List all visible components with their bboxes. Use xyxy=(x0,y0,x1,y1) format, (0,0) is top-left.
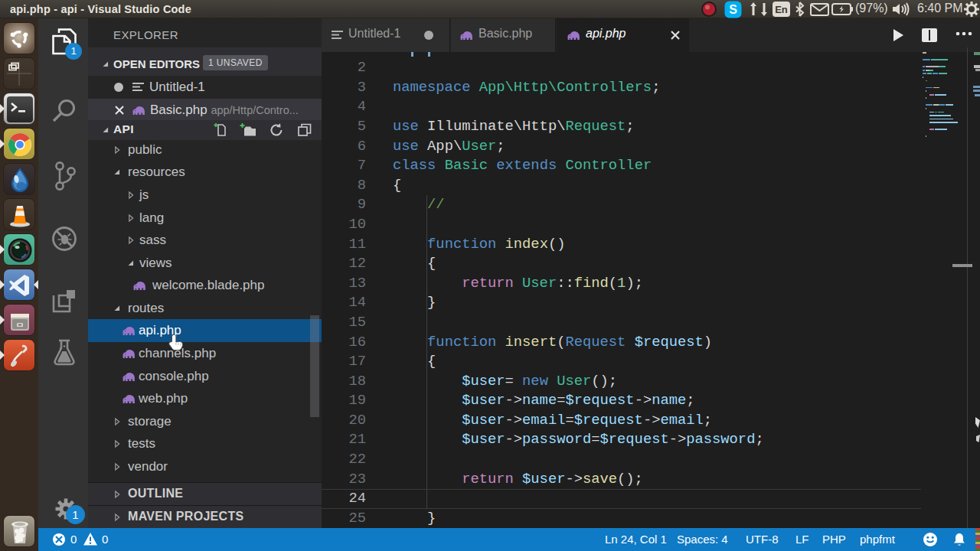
svg-text:En: En xyxy=(775,4,788,15)
svg-text:S: S xyxy=(729,3,737,16)
